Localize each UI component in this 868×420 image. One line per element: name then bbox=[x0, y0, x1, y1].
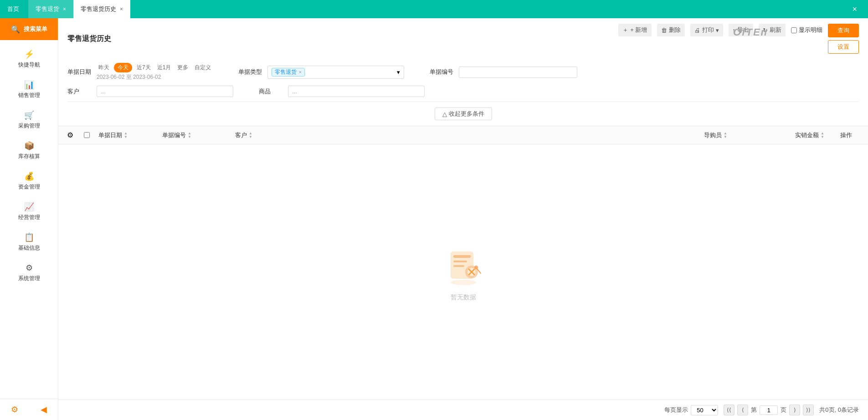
delete-button[interactable]: 🗑 删除 bbox=[657, 24, 685, 36]
th-amount-sort[interactable]: ▲▼ bbox=[821, 132, 824, 139]
page-first-button[interactable]: ⟨⟨ bbox=[724, 405, 734, 415]
th-amount-label: 实销金额 bbox=[795, 131, 819, 139]
delete-icon: 🗑 bbox=[661, 27, 667, 34]
empty-icon bbox=[441, 242, 486, 288]
bill-type-dropdown-icon: ▾ bbox=[397, 69, 400, 76]
tab-retail-return-history-close[interactable]: × bbox=[120, 6, 123, 12]
system-icon: ⚙ bbox=[26, 263, 33, 273]
goods-filter: 商品 ... bbox=[259, 86, 425, 97]
print-button[interactable]: 🖨 打印 ▾ bbox=[690, 24, 723, 36]
query-button[interactable]: 查询 bbox=[828, 24, 859, 37]
bill-number-filter: 单据编号 bbox=[430, 67, 577, 78]
collapse-sidebar-icon[interactable]: ◀ bbox=[41, 405, 47, 415]
th-customer-label: 客户 bbox=[235, 131, 247, 139]
brand-watermark: OfTEn bbox=[733, 26, 768, 38]
th-action: 操作 bbox=[828, 131, 864, 139]
content-area: 零售退货历史 ＋ + 新增 🗑 删除 🖨 打印 bbox=[58, 18, 868, 420]
sidebar-item-inventory[interactable]: 📦 库存核算 bbox=[0, 135, 58, 166]
tab-bar: 首页 零售退货 × 零售退货历史 × bbox=[0, 0, 848, 18]
search-icon: 🔍 bbox=[11, 25, 20, 34]
tab-home-label: 首页 bbox=[7, 5, 19, 13]
query-buttons: 查询 设置 bbox=[828, 24, 859, 54]
th-number[interactable]: 单据编号 ▲▼ bbox=[159, 131, 231, 139]
tab-retail-return-history[interactable]: 零售退货历史 × bbox=[73, 0, 130, 18]
customer-select[interactable]: ... bbox=[97, 86, 233, 97]
svg-point-0 bbox=[451, 280, 476, 285]
th-action-label: 操作 bbox=[840, 131, 852, 139]
print-dropdown-icon: ▾ bbox=[716, 27, 719, 34]
toolbar-actions: ＋ + 新增 🗑 删除 🖨 打印 ▾ ↑ bbox=[618, 24, 822, 36]
tab-retail-return-close[interactable]: × bbox=[63, 6, 66, 12]
date-filter-label: 单据日期 bbox=[67, 68, 93, 76]
bill-number-input[interactable] bbox=[459, 67, 577, 78]
show-detail-checkbox-label[interactable]: 显示明细 bbox=[791, 26, 822, 34]
page-label: 第 bbox=[751, 406, 757, 414]
column-settings-icon[interactable]: ⚙ bbox=[67, 131, 73, 139]
collapse-label: 收起更多条件 bbox=[449, 110, 484, 118]
bill-type-select[interactable]: 零售退货 × ▾ bbox=[267, 66, 404, 79]
sidebar-item-finance[interactable]: 💰 资金管理 bbox=[0, 166, 58, 196]
collapse-icon: △ bbox=[442, 111, 447, 118]
th-guide-sort[interactable]: ▲▼ bbox=[724, 132, 727, 139]
search-menu-button[interactable]: 🔍 搜索菜单 bbox=[0, 18, 58, 40]
page-size-selector: 每页显示 50 10 20 100 bbox=[664, 405, 718, 415]
sidebar-item-finance-label: 资金管理 bbox=[18, 183, 40, 191]
select-all-checkbox[interactable] bbox=[84, 132, 90, 138]
sidebar-item-operations[interactable]: 📈 经营管理 bbox=[0, 196, 58, 227]
bill-type-tag-remove[interactable]: × bbox=[298, 69, 301, 75]
sidebar-item-operations-label: 经营管理 bbox=[18, 214, 40, 221]
goods-label: 商品 bbox=[259, 87, 284, 96]
tab-retail-return[interactable]: 零售退货 × bbox=[28, 0, 73, 18]
th-checkbox-all[interactable] bbox=[78, 132, 95, 138]
sidebar-item-sales-mgmt[interactable]: 📊 销售管理 bbox=[0, 74, 58, 105]
collapse-filter-button[interactable]: △ 收起更多条件 bbox=[435, 108, 492, 120]
sidebar-item-basic-info[interactable]: 📋 基础信息 bbox=[0, 227, 58, 257]
empty-text: 暂无数据 bbox=[451, 293, 476, 302]
sales-icon: 📊 bbox=[24, 80, 34, 90]
page-number-input[interactable] bbox=[760, 405, 778, 415]
date-option-1month[interactable]: 近1月 bbox=[155, 63, 173, 72]
date-option-yesterday[interactable]: 昨天 bbox=[97, 63, 111, 72]
filter-row-2: 客户 ... 商品 ... bbox=[67, 86, 859, 97]
th-customer-sort[interactable]: ▲▼ bbox=[249, 132, 252, 139]
th-guide[interactable]: 导购员 ▲▼ bbox=[700, 131, 773, 139]
delete-label: 删除 bbox=[669, 26, 681, 34]
tab-home[interactable]: 首页 bbox=[0, 0, 26, 18]
settings-icon[interactable]: ⚙ bbox=[11, 405, 18, 415]
date-filter: 单据日期 昨天 今天 近7天 近1月 更多 自定义 2023-06-02 至 2… bbox=[67, 63, 213, 81]
date-option-more[interactable]: 更多 bbox=[175, 63, 190, 72]
page-unit: 页 bbox=[781, 406, 786, 414]
sidebar-item-purchase-mgmt[interactable]: 🛒 采购管理 bbox=[0, 105, 58, 135]
page-next-button[interactable]: ⟩ bbox=[789, 405, 800, 415]
sidebar-item-purchase-label: 采购管理 bbox=[18, 122, 40, 130]
customer-label: 客户 bbox=[67, 87, 93, 96]
table-footer: 每页显示 50 10 20 100 ⟨⟨ ⟨ 第 页 ⟩ ⟩⟩ bbox=[58, 400, 868, 420]
th-customer[interactable]: 客户 ▲▼ bbox=[231, 131, 700, 139]
basic-info-icon: 📋 bbox=[24, 232, 34, 242]
th-date-sort[interactable]: ▲▼ bbox=[124, 132, 128, 139]
top-bar-right: × bbox=[848, 3, 868, 16]
th-date[interactable]: 单据日期 ▲▼ bbox=[95, 131, 159, 139]
new-button[interactable]: ＋ + 新增 bbox=[618, 24, 651, 36]
date-option-custom[interactable]: 自定义 bbox=[193, 63, 213, 72]
date-option-today[interactable]: 今天 bbox=[114, 63, 132, 72]
sidebar-item-system[interactable]: ⚙ 系统管理 bbox=[0, 257, 58, 288]
print-label: 打印 bbox=[702, 26, 714, 34]
page-last-button[interactable]: ⟩⟩ bbox=[803, 405, 814, 415]
th-settings[interactable]: ⚙ bbox=[62, 131, 78, 139]
refresh-label: 刷新 bbox=[770, 26, 781, 34]
quick-nav-icon: ⚡ bbox=[24, 49, 34, 59]
date-option-7days[interactable]: 近7天 bbox=[135, 63, 153, 72]
bill-type-tag-value: 零售退货 bbox=[275, 68, 297, 76]
window-close-button[interactable]: × bbox=[848, 3, 861, 16]
page-size-select[interactable]: 50 10 20 100 bbox=[691, 405, 718, 415]
goods-select[interactable]: ... bbox=[288, 86, 425, 97]
show-detail-checkbox[interactable] bbox=[791, 27, 797, 33]
setting-button[interactable]: 设置 bbox=[828, 40, 859, 54]
page-prev-button[interactable]: ⟨ bbox=[737, 405, 748, 415]
svg-rect-4 bbox=[453, 265, 464, 267]
sidebar-item-quick-nav[interactable]: ⚡ 快捷导航 bbox=[0, 44, 58, 74]
table-wrapper: ⚙ 单据日期 ▲▼ 单据编号 ▲▼ 客户 ▲▼ 导购员 bbox=[58, 126, 868, 420]
th-number-sort[interactable]: ▲▼ bbox=[188, 132, 191, 139]
th-amount[interactable]: 实销金额 ▲▼ bbox=[773, 131, 828, 139]
